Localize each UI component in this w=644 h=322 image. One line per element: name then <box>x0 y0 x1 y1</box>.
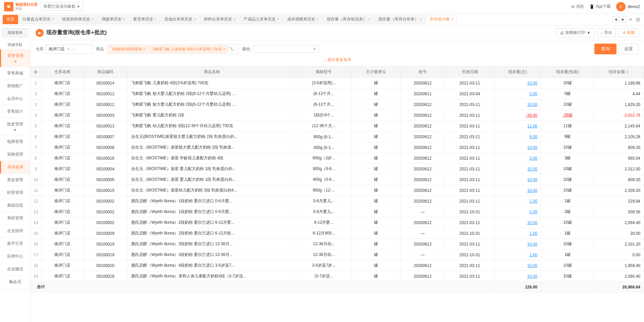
row-batch: 20200612 <box>400 121 445 131</box>
row-index: 6 <box>30 131 42 142</box>
tab-prev-arrow[interactable]: ◀ <box>612 16 619 23</box>
sidebar-item-enterprise[interactable]: 企业协同 <box>0 225 30 237</box>
tab-7[interactable]: 产成品入库单历史 × <box>240 15 283 24</box>
tab-4[interactable]: 要货单历史 × <box>129 15 160 24</box>
row-qty-main[interactable]: 10.00 <box>494 271 541 282</box>
tab-7-close[interactable]: × <box>277 17 279 21</box>
tab-6-close[interactable]: × <box>233 17 235 21</box>
row-qty-main[interactable]: 3.00 <box>494 153 541 164</box>
row-spec: 400g (6-1... <box>296 142 352 153</box>
export-button[interactable]: ↓ 导出 <box>597 28 616 37</box>
tab-11[interactable]: 库存批次账 × <box>426 15 457 24</box>
tab-3-close[interactable]: × <box>123 17 125 21</box>
sidebar-item-basic-info[interactable]: 基础信息 <box>0 199 30 212</box>
logo-sub: 标版 <box>15 7 38 11</box>
row-qty-main[interactable]: 0.00 <box>494 89 541 99</box>
color-input[interactable]: ▼ <box>252 46 319 53</box>
row-qty-main[interactable]: 10.00 <box>494 78 541 89</box>
tab-next-arrow[interactable]: ▶ <box>620 16 627 23</box>
tab-8-close[interactable]: × <box>317 17 319 21</box>
row-qty-main[interactable]: 10.00 <box>494 239 541 250</box>
refresh-button[interactable]: ↺ 刷新 <box>619 28 639 37</box>
row-qty-main[interactable]: 10.00 <box>494 164 541 174</box>
tab-9[interactable]: 现存量（库存状况表） × <box>323 15 374 24</box>
message-action[interactable]: ✉ 消息 <box>571 4 584 9</box>
row-qty-main[interactable]: 11.00 <box>494 121 541 131</box>
row-unit: 罐 <box>352 78 400 89</box>
tab-2-close[interactable]: × <box>92 17 94 21</box>
row-qty-main[interactable]: 10.00 <box>494 142 541 153</box>
product-tag-2-remove[interactable]: × <box>223 47 225 51</box>
tab-3[interactable]: 调拨单历史 × <box>98 15 129 24</box>
product-more-icon[interactable]: 飞... <box>229 46 236 52</box>
row-batch: 20200612 <box>400 153 445 164</box>
product-tag-1-remove[interactable]: × <box>143 47 145 51</box>
expand-sidebar-btn[interactable]: ▶ <box>36 29 44 37</box>
sidebar-item-retail-stats[interactable]: 零售统计 <box>0 105 30 118</box>
tab-8[interactable]: 成本调整单历史 × <box>283 15 322 24</box>
sidebar-item-wechat[interactable]: 企业微信 <box>0 263 30 276</box>
search-menu-button[interactable]: 搜索菜单 <box>2 28 28 37</box>
tab-5[interactable]: 其他出库单历史 × <box>161 15 200 24</box>
print-button[interactable]: 🖨 按模板打印 ▼ <box>556 28 594 37</box>
row-qty-main[interactable]: 10.00 <box>494 260 541 271</box>
expand-more-button[interactable]: ⌄ 展开更多条件 <box>36 57 639 63</box>
query-button[interactable]: 查询 <box>594 44 616 54</box>
tab-2[interactable]: 组装拆卸单历史 × <box>58 15 97 24</box>
sidebar-item-system[interactable]: 系统管理 <box>0 212 30 225</box>
tab-home[interactable]: 首页 <box>3 15 18 24</box>
sidebar-item-retail-shop[interactable]: 零售商城 <box>0 67 30 80</box>
table-row: 9 南岸门店 00100004 合生元（BIOSTIME）派星 婴儿配方奶粉 1… <box>30 164 644 174</box>
row-qty-main[interactable]: 10.00 <box>494 99 541 110</box>
tab-close-all[interactable]: × <box>627 16 634 23</box>
app-download-action[interactable]: 📱 App下载 <box>589 4 611 9</box>
row-qty-main[interactable]: 1.00 <box>494 196 541 207</box>
tab-1[interactable]: 分量盘点单历史 × <box>19 15 58 24</box>
tab-4-close[interactable]: × <box>155 17 157 21</box>
row-qty-main[interactable]: -39.00 <box>494 110 541 121</box>
sidebar-item-purchase[interactable]: 采购管理 <box>0 148 30 161</box>
row-qty-main[interactable]: 10.00 <box>494 174 541 185</box>
col-settings[interactable]: ⚙ <box>30 66 42 78</box>
sidebar-item-marketing[interactable]: 营销推广 <box>0 80 30 93</box>
sidebar-item-finance[interactable]: 资金管理 <box>0 174 30 186</box>
row-expire: 2021-03-11 <box>445 78 495 89</box>
row-qty-main[interactable]: 1.00 <box>494 228 541 239</box>
row-warehouse: 南岸门店 <box>42 121 83 131</box>
close-tag-icon[interactable]: × <box>67 47 70 51</box>
sidebar-item-ecommerce[interactable]: 电商管理 <box>0 136 30 148</box>
sidebar-item-vip[interactable]: 畅会员 <box>0 276 30 288</box>
product-input[interactable]: 飞鹤奶粉3段两提装 × 飞鹤星飞帆 儿童奶粉 4段(3-6岁适用) 700克 ×… <box>106 44 239 54</box>
sidebar-item-app-center[interactable]: 应用中心 <box>0 250 30 263</box>
row-qty-main[interactable]: 9.00 <box>494 131 541 142</box>
row-qty-main[interactable]: 1.00 <box>494 250 541 260</box>
tab-5-close[interactable]: × <box>194 17 196 21</box>
row-qty-main[interactable]: 10.00 <box>494 217 541 228</box>
user-area[interactable]: E demo2 <box>616 2 640 11</box>
sidebar-item-tutorial[interactable]: 新手引导 <box>0 237 30 250</box>
row-qty-main[interactable]: 2.00 <box>494 207 541 217</box>
tab-10[interactable]: 现存量（库存分布表） × <box>375 15 426 24</box>
col-unit: 主计量单位 <box>352 66 400 78</box>
sidebar-item-retail-label: 零售管理 <box>7 53 23 59</box>
tab-1-close[interactable]: × <box>52 17 54 21</box>
quick-nav-button[interactable]: 快捷导航 <box>0 40 30 50</box>
tab-11-close[interactable]: × <box>451 17 453 21</box>
sidebar-item-retail[interactable]: 零售管理 ▼ <box>0 50 30 67</box>
sidebar-item-inventory[interactable]: 库存核算 <box>0 161 30 174</box>
tab-9-close[interactable]: × <box>368 17 370 21</box>
row-expire: 2021-03-04 <box>445 89 495 99</box>
row-amount: 2,145.64 <box>594 121 644 131</box>
system-selector[interactable]: 母婴行业演示账套 ▼ <box>40 2 83 11</box>
row-qty-main[interactable]: 10.00 <box>494 185 541 196</box>
sidebar-item-members[interactable]: 会员中心 <box>0 93 30 105</box>
tab-6[interactable]: 材料出库单历史 × <box>200 15 239 24</box>
sidebar-item-wholesale[interactable]: 批发管理 ▼ <box>0 118 30 136</box>
tab-10-close[interactable]: × <box>420 17 422 21</box>
settings-button[interactable]: 设置 <box>619 44 639 54</box>
row-code: 00100015 <box>83 185 128 196</box>
row-code: 00100012 <box>83 89 128 99</box>
tab-menu[interactable]: ⊡ <box>635 16 641 23</box>
warehouse-input[interactable]: 南岸门店 × ··· <box>46 45 93 54</box>
sidebar-item-operations[interactable]: 经营管理 <box>0 186 30 199</box>
